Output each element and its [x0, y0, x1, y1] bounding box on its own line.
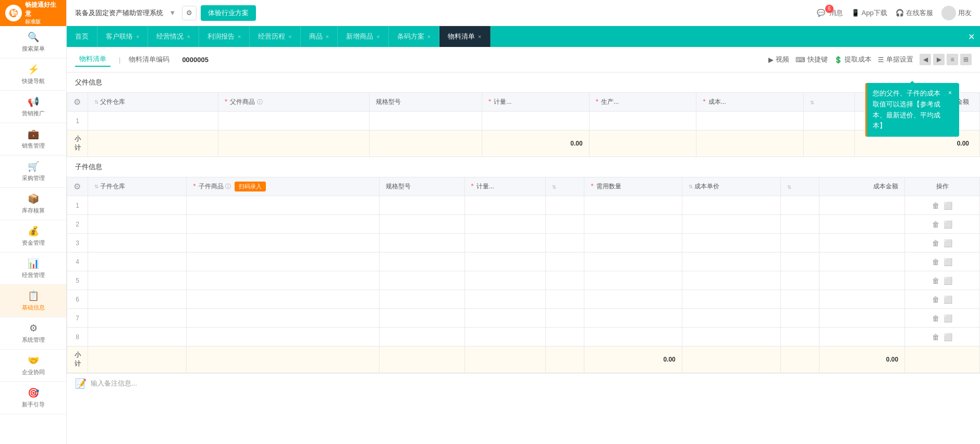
nav-tab-close[interactable]: ×	[288, 33, 291, 40]
delete-icon[interactable]: 🗑	[932, 295, 939, 304]
nav-tab-条码方案[interactable]: 条码方案×	[389, 26, 439, 47]
child-product-cell[interactable]	[187, 328, 379, 346]
child-product-cell[interactable]	[187, 290, 379, 309]
copy-icon[interactable]: ⬜	[944, 277, 952, 285]
sidebar-item-enterprise[interactable]: 🤝 企业协同	[0, 350, 66, 382]
child-needed-cell[interactable]	[584, 196, 682, 215]
th-gear-parent[interactable]: ⚙	[67, 93, 88, 112]
sidebar-item-marketing[interactable]: 📢 营销推广	[0, 91, 66, 123]
child-amount-cell[interactable]	[819, 196, 905, 215]
sidebar-item-guide[interactable]: 🎯 新手引导	[0, 382, 66, 414]
child-amount-cell[interactable]	[819, 309, 905, 328]
nav-tab-商品[interactable]: 商品×	[301, 26, 338, 47]
nav-tab-close[interactable]: ×	[326, 33, 329, 40]
child-warehouse-cell[interactable]	[88, 253, 187, 271]
action-hotkey[interactable]: ⌨ 快捷键	[795, 55, 828, 64]
tooltip-close-btn[interactable]: ×	[948, 88, 952, 98]
parent-cost-cell[interactable]	[696, 112, 804, 130]
sidebar-item-search[interactable]: 🔍 搜索菜单	[0, 26, 66, 58]
sub-tab-bill[interactable]: 物料清单	[75, 52, 111, 67]
delete-icon[interactable]: 🗑	[932, 258, 939, 266]
child-unitcost-cell[interactable]	[682, 234, 780, 253]
prev-btn[interactable]: ◀	[920, 54, 931, 65]
child-amount-cell[interactable]	[819, 215, 905, 234]
nav-tab-close[interactable]: ×	[187, 33, 190, 40]
child-qty-cell[interactable]	[464, 290, 546, 309]
child-warehouse-cell[interactable]	[88, 309, 187, 328]
child-product-cell[interactable]	[187, 271, 379, 290]
nav-tab-close[interactable]: ×	[478, 33, 481, 40]
child-spec-cell[interactable]	[379, 271, 464, 290]
child-amount-cell[interactable]	[819, 328, 905, 346]
child-warehouse-cell[interactable]	[88, 234, 187, 253]
sidebar-item-finance[interactable]: 💰 资金管理	[0, 220, 66, 253]
topbar-dropdown[interactable]: ▼	[167, 8, 178, 18]
sidebar-item-basic[interactable]: 📋 基础信息	[0, 285, 66, 317]
nav-tab-利润报告[interactable]: 利润报告×	[199, 26, 250, 47]
copy-icon[interactable]: ⬜	[944, 314, 952, 322]
child-needed-cell[interactable]	[584, 234, 682, 253]
topbar-gear-btn[interactable]: ⚙	[182, 6, 197, 20]
grid-btn[interactable]: ⊞	[960, 54, 972, 65]
copy-icon[interactable]: ⬜	[944, 201, 952, 210]
delete-icon[interactable]: 🗑	[932, 201, 939, 210]
delete-icon[interactable]: 🗑	[932, 239, 939, 247]
child-warehouse-cell[interactable]	[88, 290, 187, 309]
copy-icon[interactable]: ⬜	[944, 258, 952, 266]
nav-tab-物料清单[interactable]: 物料清单×	[439, 26, 490, 47]
nav-tab-首页[interactable]: 首页	[67, 26, 97, 47]
next-btn[interactable]: ▶	[933, 54, 945, 65]
copy-icon[interactable]: ⬜	[944, 220, 952, 229]
nav-tab-close[interactable]: ×	[427, 33, 431, 40]
child-spec-cell[interactable]	[379, 196, 464, 215]
action-setting[interactable]: ☰ 单据设置	[878, 55, 913, 64]
nav-tab-close[interactable]: ×	[136, 33, 139, 40]
child-product-cell[interactable]	[187, 215, 379, 234]
child-unitcost-cell[interactable]	[682, 271, 780, 290]
copy-icon[interactable]: ⬜	[944, 295, 952, 304]
child-product-cell[interactable]	[187, 234, 379, 253]
child-needed-cell[interactable]	[584, 290, 682, 309]
nav-tab-经营历程[interactable]: 经营历程×	[250, 26, 300, 47]
child-qty-cell[interactable]	[464, 328, 546, 346]
child-spec-cell[interactable]	[379, 215, 464, 234]
online-chat-item[interactable]: 🎧 在线客服	[896, 8, 933, 18]
action-view[interactable]: ▶ 视频	[768, 55, 789, 64]
child-qty-cell[interactable]	[464, 196, 546, 215]
parent-warehouse-cell[interactable]	[88, 112, 218, 130]
child-unitcost-cell[interactable]	[682, 309, 780, 328]
copy-icon[interactable]: ⬜	[944, 333, 952, 341]
child-qty-cell[interactable]	[464, 215, 546, 234]
child-spec-cell[interactable]	[379, 290, 464, 309]
sidebar-item-sales[interactable]: 💼 销售管理	[0, 123, 66, 155]
child-amount-cell[interactable]	[819, 290, 905, 309]
child-spec-cell[interactable]	[379, 253, 464, 271]
app-download-item[interactable]: 📱 App下载	[851, 8, 887, 18]
copy-icon[interactable]: ⬜	[944, 239, 952, 247]
delete-icon[interactable]: 🗑	[932, 314, 939, 322]
nav-tab-新增商品[interactable]: 新增商品×	[338, 26, 388, 47]
scan-btn[interactable]: 扫码录入	[235, 182, 266, 191]
child-needed-cell[interactable]	[584, 328, 682, 346]
child-amount-cell[interactable]	[819, 253, 905, 271]
child-unitcost-cell[interactable]	[682, 328, 780, 346]
nav-tab-经营情况[interactable]: 经营情况×	[148, 26, 199, 47]
nav-tab-close[interactable]: ×	[238, 33, 241, 40]
child-warehouse-cell[interactable]	[88, 215, 187, 234]
nav-tab-客户联络[interactable]: 客户联络×	[97, 26, 148, 47]
sidebar-item-system[interactable]: ⚙ 系统管理	[0, 317, 66, 350]
sidebar-item-operations[interactable]: 📊 经营管理	[0, 253, 66, 285]
delete-icon[interactable]: 🗑	[932, 277, 939, 285]
child-product-cell[interactable]	[187, 253, 379, 271]
child-warehouse-cell[interactable]	[88, 196, 187, 215]
delete-icon[interactable]: 🗑	[932, 220, 939, 229]
child-unitcost-cell[interactable]	[682, 290, 780, 309]
child-qty-cell[interactable]	[464, 271, 546, 290]
parent-spec-cell[interactable]	[369, 112, 482, 130]
child-unitcost-cell[interactable]	[682, 196, 780, 215]
child-product-cell[interactable]	[187, 309, 379, 328]
message-item[interactable]: 💬 6 消息	[817, 8, 843, 18]
child-needed-cell[interactable]	[584, 271, 682, 290]
trial-button[interactable]: 体验行业方案	[201, 5, 256, 21]
child-qty-cell[interactable]	[464, 253, 546, 271]
